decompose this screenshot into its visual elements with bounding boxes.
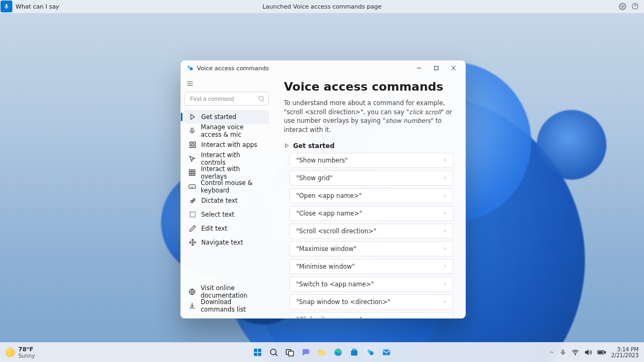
system-tray[interactable]: 3:14 PM 2/21/2023 — [549, 346, 644, 358]
task-view-button[interactable] — [283, 346, 296, 359]
sidebar-item-select-text[interactable]: Select text — [184, 208, 269, 221]
mail-button[interactable] — [380, 346, 393, 359]
volume-icon[interactable] — [584, 349, 592, 356]
sidebar-item-label: Interact with overlays — [201, 165, 265, 180]
command-row[interactable]: "Scroll <scroll direction>" — [289, 224, 453, 239]
sidebar: Get started Manage voice access & mic In… — [181, 76, 273, 318]
chevron-right-icon — [443, 282, 448, 286]
taskbar-center — [251, 346, 393, 359]
voice-status-text: Launched Voice access commands page — [262, 3, 382, 10]
weather-temp: 78°F — [18, 346, 35, 353]
sidebar-item-label: Visit online documentation — [201, 284, 265, 299]
svg-rect-44 — [353, 349, 356, 351]
sidebar-item-interact-overlays[interactable]: Interact with overlays — [184, 166, 269, 180]
voice-access-bar: What can I say Launched Voice access com… — [0, 0, 644, 13]
taskbar-search-button[interactable] — [267, 346, 280, 359]
sidebar-item-download-list[interactable]: Download commands list — [184, 299, 269, 313]
page-title: Voice access commands — [284, 80, 453, 93]
taskbar-weather[interactable]: 78°F Sunny — [0, 346, 35, 359]
svg-rect-36 — [254, 353, 257, 356]
sidebar-item-interact-controls[interactable]: Interact with controls — [184, 152, 269, 166]
section-heading: Get started — [284, 142, 453, 150]
command-row[interactable]: "Snap window to <direction>" — [289, 294, 453, 309]
sidebar-item-label: Dictate text — [201, 197, 238, 204]
explorer-button[interactable] — [316, 346, 328, 359]
sidebar-item-manage-voice[interactable]: Manage voice access & mic — [184, 124, 269, 138]
sidebar-item-label: Get started — [201, 113, 236, 121]
svg-marker-50 — [585, 350, 588, 354]
battery-icon[interactable] — [597, 349, 606, 356]
tray-chevron-icon[interactable] — [549, 350, 554, 355]
svg-marker-14 — [191, 114, 194, 119]
sidebar-item-label: Interact with apps — [201, 141, 257, 149]
sidebar-item-mouse-keyboard[interactable]: Control mouse & keyboard — [184, 180, 269, 194]
command-row[interactable]: "Close <app name>" — [289, 206, 453, 221]
hamburger-button[interactable] — [184, 78, 269, 92]
chevron-right-icon — [443, 228, 448, 233]
svg-point-38 — [270, 349, 276, 355]
start-button[interactable] — [251, 346, 264, 359]
wifi-icon[interactable] — [572, 349, 579, 356]
search-input[interactable] — [184, 92, 269, 106]
settings-icon[interactable] — [619, 3, 626, 10]
edge-button[interactable] — [332, 346, 345, 359]
play-icon — [188, 113, 196, 121]
svg-line-39 — [275, 354, 277, 356]
command-label: "Snap window to <direction>" — [296, 298, 390, 306]
sidebar-item-dictate[interactable]: Dictate text — [184, 194, 269, 208]
microphone-button[interactable] — [1, 1, 12, 12]
svg-rect-17 — [193, 142, 195, 144]
svg-rect-19 — [193, 145, 195, 147]
svg-marker-33 — [286, 144, 289, 147]
sidebar-item-label: Edit text — [201, 225, 228, 232]
svg-point-3 — [187, 65, 190, 68]
taskbar-clock[interactable]: 3:14 PM 2/21/2023 — [611, 346, 639, 358]
chevron-right-icon — [443, 299, 448, 304]
minimize-button[interactable] — [411, 62, 428, 75]
svg-rect-48 — [562, 350, 564, 353]
command-row[interactable]: "Open <app name>" — [289, 188, 453, 203]
close-button[interactable] — [445, 62, 462, 75]
voice-access-button[interactable] — [364, 346, 377, 359]
tray-microphone-icon[interactable] — [560, 349, 566, 356]
sidebar-item-interact-apps[interactable]: Interact with apps — [184, 138, 269, 152]
store-button[interactable] — [348, 346, 361, 359]
chevron-right-icon — [443, 246, 448, 251]
pencil-icon — [188, 225, 196, 233]
command-label: "Show numbers" — [296, 157, 348, 164]
command-row[interactable]: "Show numbers" — [289, 153, 453, 168]
maximize-button[interactable] — [428, 62, 445, 75]
svg-rect-15 — [191, 128, 193, 131]
sidebar-item-label: Download commands list — [201, 298, 265, 313]
sidebar-item-navigate-text[interactable]: Navigate text — [184, 235, 269, 249]
command-label: "Close <app name>" — [296, 210, 362, 217]
select-text-icon — [188, 211, 196, 219]
command-row[interactable]: "Show grid" — [289, 171, 453, 186]
microphone-icon — [188, 127, 196, 135]
window-titlebar[interactable]: Voice access commands — [181, 61, 465, 76]
taskbar: 78°F Sunny 3:14 PM 2/21/2023 — [0, 342, 644, 362]
sidebar-item-label: Navigate text — [201, 239, 243, 246]
chat-button[interactable] — [299, 346, 312, 359]
command-row[interactable]: "Click <item name>" — [289, 312, 453, 318]
voice-prompt-text: What can I say — [16, 3, 59, 10]
sidebar-item-get-started[interactable]: Get started — [184, 110, 269, 124]
command-row[interactable]: "Switch to <app name>" — [289, 277, 453, 292]
download-icon — [188, 302, 196, 310]
grid-icon — [188, 169, 196, 177]
cursor-icon — [188, 155, 196, 163]
sidebar-item-online-docs[interactable]: Visit online documentation — [184, 285, 269, 299]
sidebar-item-edit-text[interactable]: Edit text — [184, 221, 269, 235]
command-row[interactable]: "Minimise window" — [289, 259, 453, 274]
globe-icon — [188, 288, 196, 296]
svg-rect-53 — [598, 351, 603, 353]
sidebar-item-label: Control mouse & keyboard — [201, 179, 265, 194]
command-row[interactable]: "Maximise window" — [289, 241, 453, 256]
svg-rect-25 — [189, 185, 195, 189]
main-content: Voice access commands To understand more… — [273, 76, 465, 318]
command-label: "Open <app name>" — [296, 192, 362, 200]
help-icon[interactable] — [632, 3, 639, 10]
dictate-icon — [188, 197, 196, 205]
svg-rect-37 — [258, 353, 261, 356]
svg-rect-16 — [189, 142, 192, 144]
